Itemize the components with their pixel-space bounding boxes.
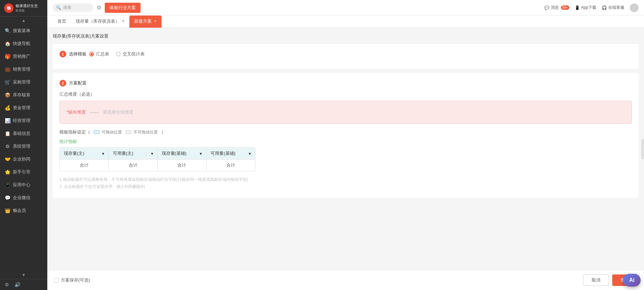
indicator-title: 模板指标设定（ [59,129,90,135]
tab-new-plan-close[interactable]: ✕ [154,19,157,23]
template-radio-group: 汇总表 交叉统计表 [89,51,145,57]
gear-icon: ⚙ [5,144,10,149]
sidebar-item-label: 采购管理 [13,79,30,85]
search-icon: 🔍 [56,5,61,10]
bottom-bar: 方案保存(可选) 取消 查询 [47,270,644,290]
step1-header: 1 选择模板 汇总表 交叉统计表 [59,51,632,57]
sidebar-item-label: 新手引导 [13,169,30,175]
sidebar-item-label: 应用中心 [13,182,30,188]
sidebar-item-system[interactable]: ⚙ 系统管理 [0,140,47,153]
sidebar-item-company[interactable]: 🤝 企业协同 [0,153,47,166]
indicator-closing: ） [161,129,166,135]
sidebar-item-member[interactable]: 👑 畅会员 [0,204,47,217]
message-label: 消息 [551,5,559,10]
sidebar-scroll-down[interactable]: ▼ [0,271,47,279]
save-checkbox[interactable] [54,278,59,283]
draggable-legend: 可拖动位置 [94,129,122,135]
cancel-button[interactable]: 取消 [583,274,609,286]
ai-float-button[interactable]: Ai [623,274,641,287]
tab-new-plan[interactable]: 新建方案 ✕ [129,16,162,28]
col-2-dropdown-icon[interactable]: ▾ [200,151,202,156]
message-badge: 99+ [561,5,569,10]
gear-icon[interactable]: ⚙ [97,4,101,11]
online-service-label: 在线客服 [608,5,624,10]
radio-cross[interactable]: 交叉统计表 [116,51,145,57]
trial-button[interactable]: 体验行业方案 [105,3,141,13]
sidebar-item-label: 营销推广 [13,53,30,59]
sidebar-item-finance[interactable]: 💰 资金管理 [0,101,47,114]
list-icon: 📋 [5,131,10,136]
sidebar-item-search[interactable]: 🔍 搜索菜单 [0,24,47,37]
radio-cross-circle [116,52,121,56]
sidebar-item-wechat[interactable]: 💬 企业微信 [0,191,47,204]
scroll-indicator[interactable] [641,139,644,159]
stats-header-col-3[interactable]: 可用量(基辅) ▾ [206,148,255,159]
app-download-label: App下载 [581,5,596,10]
col-0-label: 现存量(主) [64,150,84,156]
stats-header-col-0[interactable]: 现存量(主) ▾ [60,148,109,159]
save-option: 方案保存(可选) [54,277,90,283]
sidebar-item-sales[interactable]: 💼 销售管理 [0,63,47,76]
tab-home[interactable]: 首页 [53,16,71,28]
col-0-dropdown-icon[interactable]: ▾ [102,151,104,156]
sidebar-item-marketing[interactable]: 🎁 营销推广 [0,50,47,63]
tab-inventory[interactable]: 现存量（库存状况表） ✕ [71,16,129,28]
star-icon: 🌟 [5,169,10,175]
app-name: 畅康通好生意 [16,3,38,8]
stats-body-cell-2: 合计 [158,159,207,171]
tab-home-label: 首页 [57,18,66,24]
sidebar-item-label: 基础信息 [13,130,30,137]
col-1-dropdown-icon[interactable]: ▾ [151,151,153,156]
sidebar-item-label: 经营管理 [13,118,30,124]
stats-header-col-2[interactable]: 现存量(基辅) ▾ [158,148,207,159]
volume-icon[interactable]: 🔊 [15,282,20,287]
nondraggable-legend-box [125,130,131,134]
radio-summary-label: 汇总表 [96,51,109,57]
sidebar-item-basic[interactable]: 📋 基础信息 [0,127,47,140]
sidebar-item-inventory[interactable]: 📦 库存核算 [0,89,47,101]
sidebar-item-management[interactable]: 📊 经营管理 [0,114,47,127]
sidebar-item-quick-nav[interactable]: 🏠 快捷导航 [0,37,47,50]
indicator-settings: 模板指标设定（ 可拖动位置 不可拖动位置 ） 统计指标 现存 [59,129,632,171]
briefcase-icon: 💼 [5,67,10,72]
topbar-right: 💬 消息 99+ 📱 App下载 🎧 在线客服 [544,3,639,12]
sidebar-item-label: 快捷导航 [13,41,30,47]
stats-header-col-1[interactable]: 可用量(主) ▾ [109,148,158,159]
dimension-row: *纵向维度 —— 请选择分组维度 [67,109,625,115]
tab-inventory-label: 现存量（库存状况表） [76,18,120,24]
sidebar-item-label: 企业协同 [13,156,30,162]
sidebar-item-label: 企业微信 [13,195,30,201]
sidebar-item-app-center[interactable]: 📱 应用中心 [0,178,47,191]
hint-2: 2. 点击标题栏下拉可设置排序、插入列和删除列 [59,184,632,190]
handshake-icon: 🤝 [5,156,10,162]
dimension-box[interactable]: *纵向维度 —— 请选择分组维度 [59,101,632,124]
topbar-search[interactable]: 🔍 搜索 [53,3,93,12]
avatar[interactable] [630,3,639,12]
hints-section: 1.拖动标题栏可以调整布局，不可跨维度或指标区域拖动栏目字段(只能在同一维度或指… [59,177,632,190]
chart-icon: 📊 [5,118,10,123]
col-3-dropdown-icon[interactable]: ▾ [249,151,251,156]
message-icon: 💬 [544,5,549,10]
stats-section-label: 统计指标 [59,139,632,145]
tabs-bar: 首页 现存量（库存状况表） ✕ 新建方案 ✕ [47,16,644,28]
app-download-button[interactable]: 📱 App下载 [575,5,596,10]
tab-inventory-close[interactable]: ✕ [122,19,125,23]
radio-summary[interactable]: 汇总表 [89,51,109,57]
step1-badge: 1 [59,51,66,57]
content-area: ✕ ⤢ 现存量(库存状况表)方案设置 1 选择模板 汇总表 交叉统计表 [47,28,644,270]
search-placeholder: 搜索 [63,5,71,10]
sidebar-scroll-up[interactable]: ▲ [0,17,47,24]
sidebar-item-newbie[interactable]: 🌟 新手引导 [0,166,47,178]
main-area: 🔍 搜索 ⚙ 体验行业方案 💬 消息 99+ 📱 App下载 🎧 在线客服 [47,0,644,290]
gift-icon: 🎁 [5,54,10,59]
online-service-button[interactable]: 🎧 在线客服 [602,5,624,10]
message-button[interactable]: 💬 消息 99+ [544,5,569,10]
box-icon: 📦 [5,92,10,98]
save-label: 方案保存(可选) [61,277,90,283]
dimension-section-label: 汇总维度（必选） [59,91,632,97]
radio-cross-label: 交叉统计表 [123,51,145,57]
settings-icon[interactable]: ⚙ [5,282,9,287]
sidebar-footer: ⚙ 🔊 [0,279,47,290]
topbar-left: 🔍 搜索 ⚙ 体验行业方案 [53,3,141,13]
sidebar-item-purchase[interactable]: 🛒 采购管理 [0,76,47,89]
